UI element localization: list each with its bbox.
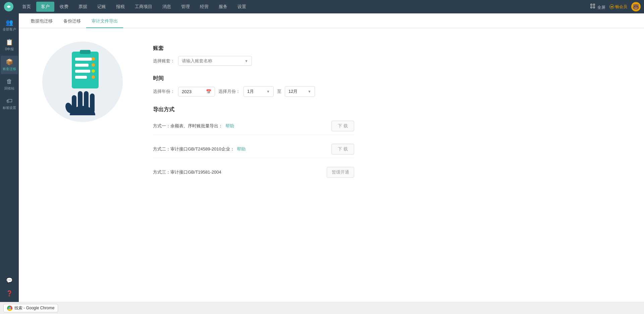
nav-item-settings[interactable]: 设置	[233, 2, 251, 12]
sidebar-item-all-clients[interactable]: 👥 全部客户	[1, 16, 18, 35]
sidebar-item-message[interactable]: 💬	[1, 274, 18, 286]
calendar-icon: 📅	[206, 89, 211, 94]
svg-rect-7	[78, 91, 83, 114]
nav-item-manage[interactable]: 管理	[176, 2, 195, 12]
illustration-circle	[42, 42, 123, 122]
svg-rect-8	[84, 91, 89, 113]
top-navigation: 首页客户收费票据记账报税工商项目消息管理经营服务设置 全屏 畅会员 🐻	[0, 0, 644, 13]
sidebar-item-recycle[interactable]: 🗑 回收站	[1, 75, 18, 93]
top-right-controls: 全屏 畅会员 🐻	[590, 2, 641, 11]
month-end-chevron-icon: ▼	[308, 89, 311, 93]
nav-item-service[interactable]: 服务	[214, 2, 232, 12]
all-clients-icon: 👥	[6, 19, 13, 26]
nav-item-message[interactable]: 消息	[158, 2, 176, 12]
app-logo[interactable]	[3, 1, 14, 12]
message-icon: 💬	[6, 277, 13, 284]
vip-btn[interactable]: 畅会员	[609, 4, 627, 10]
time-section: 时间 选择年份： 2023 📅 选择月份： 1月 ▼ 至	[153, 75, 354, 97]
month-label: 选择月份：	[218, 88, 240, 95]
nav-item-tax[interactable]: 报税	[111, 2, 129, 12]
year-label: 选择年份：	[153, 88, 175, 95]
tab-data-migrate[interactable]: 数据包迁移	[25, 15, 58, 28]
export-method-2-label-area: 方式二：审计接口GB/T24589-2010企业： 帮助	[153, 146, 246, 152]
illustration-area	[39, 42, 126, 122]
time-row: 选择年份： 2023 📅 选择月份： 1月 ▼ 至 12月	[153, 86, 354, 97]
vip-label: 畅会员	[615, 4, 627, 10]
form-area: 账套 选择账套： ▼ 时间 选择年份： 202	[153, 42, 354, 181]
export-section: 导出方式 方式一：余额表、序时账批量导出： 帮助 下 载	[153, 106, 354, 181]
month-start-select[interactable]: 1月 ▼	[244, 86, 274, 97]
svg-point-18	[92, 69, 95, 73]
month-end-select[interactable]: 12月 ▼	[285, 86, 315, 97]
svg-point-19	[92, 75, 95, 79]
taskbar: 线索 - Google Chrome	[0, 302, 644, 314]
migrate-icon: 📦	[6, 58, 13, 66]
export-method-2-download-btn[interactable]: 下 载	[331, 144, 354, 154]
sidebar: 👥 全部客户 📋 0申报 📦 账套迁移 🗑 回收站 🏷 标签设置 💬 ❓	[0, 13, 19, 302]
sidebar-label-recycle: 回收站	[4, 86, 14, 91]
content-area: 数据包迁移 备份迁移 审计文件导出	[19, 13, 644, 302]
tag-icon: 🏷	[6, 98, 12, 105]
svg-rect-1	[593, 4, 595, 5]
nav-item-client[interactable]: 客户	[36, 2, 54, 12]
svg-rect-2	[591, 7, 592, 8]
info-icon: ❓	[6, 290, 13, 297]
export-method-1-download-btn[interactable]: 下 载	[331, 121, 354, 131]
sidebar-item-declare[interactable]: 📋 0申报	[1, 36, 18, 54]
svg-rect-0	[591, 4, 592, 5]
svg-rect-3	[593, 7, 595, 8]
account-row: 选择账套： ▼	[153, 56, 354, 66]
svg-point-16	[92, 57, 95, 61]
sidebar-item-tag[interactable]: 🏷 标签设置	[1, 95, 18, 113]
user-avatar[interactable]: 🐻	[631, 2, 641, 11]
account-section-title: 账套	[153, 45, 354, 52]
export-section-title: 导出方式	[153, 106, 354, 113]
nav-item-operation[interactable]: 经营	[195, 2, 213, 12]
nav-item-charge[interactable]: 收费	[55, 2, 73, 12]
nav-menu: 首页客户收费票据记账报税工商项目消息管理经营服务设置	[17, 2, 590, 12]
sidebar-item-info[interactable]: ❓	[1, 288, 18, 299]
month-start-value: 1月	[247, 88, 254, 95]
export-method-2: 方式二：审计接口GB/T24589-2010企业： 帮助 下 载	[153, 140, 354, 158]
svg-rect-13	[75, 64, 89, 67]
tab-bar: 数据包迁移 备份迁移 审计文件导出	[19, 13, 644, 28]
year-input[interactable]: 2023 📅	[178, 87, 215, 97]
logo-icon	[4, 2, 13, 11]
nav-item-invoice[interactable]: 票据	[74, 2, 92, 12]
sidebar-label-tag: 标签设置	[3, 106, 16, 110]
recycle-icon: 🗑	[6, 78, 12, 85]
taskbar-chrome-label: 线索 - Google Chrome	[14, 305, 54, 311]
chrome-inner-circle	[9, 307, 11, 309]
sidebar-label-all-clients: 全部客户	[3, 27, 16, 32]
sidebar-label-migrate: 账套迁移	[3, 67, 16, 71]
taskbar-chrome-item[interactable]: 线索 - Google Chrome	[3, 304, 58, 312]
main-layout: 👥 全部客户 📋 0申报 📦 账套迁移 🗑 回收站 🏷 标签设置 💬 ❓	[0, 13, 644, 302]
tab-backup-migrate[interactable]: 备份迁移	[58, 15, 86, 28]
export-method-3-text: 方式三：审计接口GB/T19581-2004	[153, 170, 221, 175]
export-method-1-help-link[interactable]: 帮助	[225, 123, 234, 128]
export-method-3-unlock-btn[interactable]: 暂缓开通	[327, 167, 354, 178]
account-chevron-icon: ▼	[245, 59, 248, 63]
time-section-title: 时间	[153, 75, 354, 82]
export-method-3: 方式三：审计接口GB/T19581-2004 暂缓开通	[153, 164, 354, 181]
illustration-svg	[56, 48, 109, 115]
nav-item-business[interactable]: 工商项目	[130, 2, 157, 12]
tab-audit-export[interactable]: 审计文件导出	[86, 15, 123, 28]
export-method-2-help-link[interactable]: 帮助	[237, 146, 246, 151]
svg-rect-12	[75, 58, 92, 61]
fullscreen-btn[interactable]: 全屏	[590, 3, 605, 10]
svg-point-4	[610, 5, 614, 9]
sidebar-label-declare: 0申报	[5, 47, 14, 52]
export-method-3-label-area: 方式三：审计接口GB/T19581-2004	[153, 169, 221, 175]
account-input[interactable]	[182, 58, 245, 63]
account-select[interactable]: ▼	[178, 56, 252, 66]
account-label: 选择账套：	[153, 58, 175, 64]
export-method-1: 方式一：余额表、序时账批量导出： 帮助 下 载	[153, 117, 354, 135]
export-method-2-text: 方式二：审计接口GB/T24589-2010企业：	[153, 146, 234, 151]
nav-item-bookkeeping[interactable]: 记账	[93, 2, 111, 12]
nav-item-home[interactable]: 首页	[17, 2, 36, 12]
account-section: 账套 选择账套： ▼	[153, 45, 354, 66]
to-separator: 至	[277, 88, 281, 95]
year-value: 2023	[182, 89, 192, 94]
sidebar-item-migrate[interactable]: 📦 账套迁移	[1, 56, 18, 74]
